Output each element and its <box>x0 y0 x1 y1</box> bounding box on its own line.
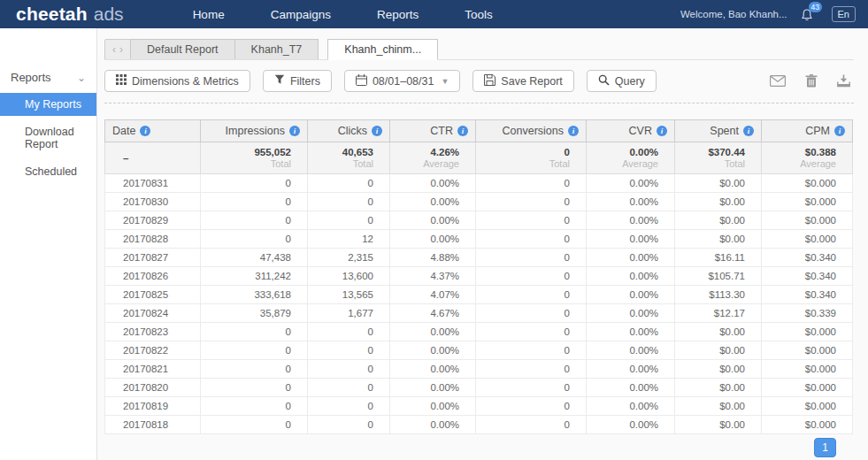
info-icon[interactable]: i <box>743 126 754 136</box>
notifications-bell-icon[interactable]: 43 <box>800 5 819 23</box>
tab-khanh-chinm[interactable]: Khanh_chinm... <box>327 39 438 60</box>
value-cell: 0 <box>308 211 390 230</box>
value-cell: 0 <box>308 193 390 211</box>
summary-row: –955,052Total40,653Total4.26%Average0Tot… <box>105 142 853 174</box>
sidebar-item-scheduled[interactable]: Scheduled <box>0 160 96 183</box>
summary-cell: $0.388Average <box>762 142 853 174</box>
trash-icon[interactable] <box>805 74 818 88</box>
table-row: 20170820000.00%00.00%$0.00$0.000 <box>105 379 853 397</box>
date-range-button[interactable]: 08/01–08/31 ▼ <box>344 70 460 92</box>
value-cell: 0.00% <box>587 267 675 286</box>
sidebar-item-download-report[interactable]: Download Report <box>0 120 96 156</box>
column-header-conversions: Conversionsi <box>476 120 587 142</box>
info-icon[interactable]: i <box>568 126 579 136</box>
column-header-label: Conversions <box>503 125 564 137</box>
summary-cell: 955,052Total <box>201 142 308 174</box>
value-cell: 13,565 <box>308 286 390 304</box>
value-cell: 0 <box>201 416 308 434</box>
value-cell: 0 <box>201 211 308 230</box>
date-range-label: 08/01–08/31 <box>373 75 434 88</box>
summary-value: $370.44 <box>682 146 745 158</box>
date-cell: 20170829 <box>105 211 201 230</box>
tab-khanh-t7[interactable]: Khanh_T7 <box>234 39 319 59</box>
info-icon[interactable]: i <box>457 126 468 136</box>
tab-scroll-arrows[interactable]: ‹ › <box>104 39 131 59</box>
main-content: ‹ › Default Report Khanh_T7 Khanh_chinm.… <box>97 28 868 460</box>
value-cell: 0 <box>308 416 390 434</box>
date-cell: 20170830 <box>105 193 201 211</box>
download-icon[interactable] <box>837 74 850 88</box>
date-cell: 20170820 <box>105 379 201 397</box>
value-cell: 0.00% <box>587 304 675 323</box>
value-cell: 0.00% <box>587 286 675 304</box>
mail-icon[interactable] <box>770 75 786 87</box>
summary-cell: 40,653Total <box>308 142 390 174</box>
info-icon[interactable]: i <box>834 126 845 136</box>
column-header-label: Impressions <box>226 125 285 137</box>
sidebar-section-reports[interactable]: Reports ⌄ <box>0 65 96 93</box>
save-report-button[interactable]: Save Report <box>472 70 573 92</box>
value-cell: $0.000 <box>762 211 853 230</box>
info-icon[interactable]: i <box>657 126 667 136</box>
notification-badge: 43 <box>809 2 822 12</box>
value-cell: 47,438 <box>201 249 308 267</box>
value-cell: $0.000 <box>762 230 853 249</box>
table-row: 20170829000.00%00.00%$0.00$0.000 <box>105 211 853 230</box>
chevron-left-icon[interactable]: ‹ <box>112 43 116 56</box>
summary-cell: $370.44Total <box>675 142 762 174</box>
info-icon[interactable]: i <box>289 126 300 136</box>
summary-cell: 0Total <box>476 142 587 174</box>
summary-sublabel: Average <box>594 158 658 170</box>
value-cell: 0 <box>308 323 390 341</box>
value-cell: 35,879 <box>201 304 308 323</box>
value-cell: 0.00% <box>390 341 476 360</box>
value-cell: 13,600 <box>308 267 390 286</box>
value-cell: 333,618 <box>201 286 308 304</box>
value-cell: 1,677 <box>308 304 390 323</box>
calendar-icon <box>356 74 367 88</box>
app-logo[interactable]: cheetah ads <box>16 4 124 25</box>
language-selector[interactable]: En <box>832 6 856 22</box>
value-cell: 0 <box>476 286 587 304</box>
value-cell: 0 <box>476 360 587 379</box>
table-row: 20170819000.00%00.00%$0.00$0.000 <box>105 397 853 416</box>
date-cell: 20170823 <box>105 323 201 341</box>
summary-sublabel: Total <box>208 158 291 170</box>
value-cell: 0 <box>308 379 390 397</box>
filters-button[interactable]: Filters <box>263 70 332 92</box>
dimensions-metrics-label: Dimensions & Metrics <box>132 75 239 88</box>
dimensions-metrics-button[interactable]: Dimensions & Metrics <box>104 70 250 92</box>
report-table-wrap: DateiImpressionsiClicksiCTRiConversionsi… <box>104 119 854 434</box>
nav-item-campaigns[interactable]: Campaigns <box>271 8 331 21</box>
summary-sublabel: Total <box>315 158 373 170</box>
save-report-label: Save Report <box>501 75 562 88</box>
chevron-right-icon[interactable]: › <box>119 43 123 56</box>
nav-item-home[interactable]: Home <box>193 8 225 21</box>
column-header-impressions: Impressionsi <box>201 120 308 142</box>
info-icon[interactable]: i <box>140 126 150 136</box>
nav-item-tools[interactable]: Tools <box>465 8 493 21</box>
query-button[interactable]: Query <box>587 70 657 92</box>
sidebar-section-label: Reports <box>11 71 51 84</box>
filters-label: Filters <box>290 75 320 88</box>
date-cell: 20170819 <box>105 397 201 416</box>
table-row: 2017082747,4382,3154.88%00.00%$16.11$0.3… <box>105 249 853 267</box>
value-cell: $0.000 <box>762 193 853 211</box>
value-cell: 4.07% <box>390 286 476 304</box>
date-cell: 20170822 <box>105 341 201 360</box>
value-cell: $0.340 <box>762 249 853 267</box>
summary-value: – <box>123 152 184 165</box>
chevron-down-icon: ⌄ <box>77 75 86 80</box>
column-header-label: Date <box>112 125 135 137</box>
info-icon[interactable]: i <box>372 126 382 136</box>
welcome-user-text[interactable]: Welcome, Bao Khanh... <box>680 9 787 19</box>
value-cell: $0.00 <box>675 323 762 341</box>
value-cell: 0 <box>476 267 587 286</box>
value-cell: 0 <box>308 341 390 360</box>
tab-default-report[interactable]: Default Report <box>130 39 235 59</box>
logo-text-light: ads <box>94 4 124 25</box>
nav-item-reports[interactable]: Reports <box>377 8 419 21</box>
page-1-button[interactable]: 1 <box>814 438 836 457</box>
sidebar-item-my-reports[interactable]: My Reports <box>0 93 96 116</box>
value-cell: 0.00% <box>587 416 675 434</box>
